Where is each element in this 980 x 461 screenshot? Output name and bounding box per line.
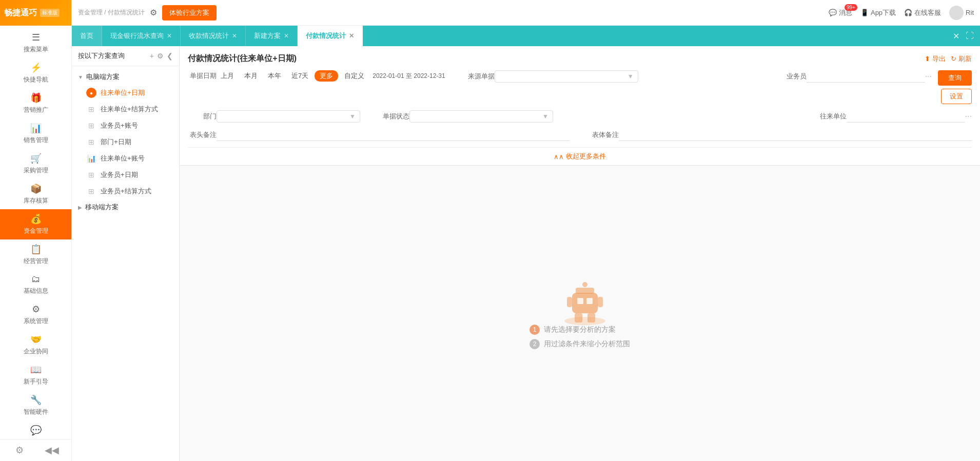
tab-payment-stats-close[interactable]: ✕ bbox=[349, 32, 354, 39]
source-select-box[interactable]: ▼ bbox=[495, 70, 638, 83]
date-opt-custom[interactable]: 自定义 bbox=[340, 70, 368, 82]
sidebar-item-basic-info[interactable]: 🗂 基础信息 bbox=[0, 270, 71, 299]
sidebar-item-label: 快捷导航 bbox=[24, 75, 48, 84]
refresh-btn[interactable]: ↻ 刷新 bbox=[951, 54, 972, 64]
close-all-tabs-btn[interactable]: ✕ bbox=[953, 31, 959, 41]
header-note-input[interactable] bbox=[217, 129, 570, 141]
dept-date-icon: ⊞ bbox=[86, 137, 96, 147]
unit-dots-icon[interactable]: ··· bbox=[965, 112, 972, 121]
date-opt-this-month[interactable]: 本月 bbox=[240, 70, 262, 82]
sidebar-item-finance[interactable]: 💰 资金管理 bbox=[0, 209, 71, 239]
date-opt-this-year[interactable]: 本年 bbox=[264, 70, 285, 82]
scheme-item-unit-account[interactable]: 📊 往来单位+账号 bbox=[72, 150, 179, 167]
empty-tip-2: 2 用过滤条件来缩小分析范围 bbox=[530, 339, 630, 349]
source-select[interactable]: ▼ bbox=[495, 70, 638, 83]
dept-select[interactable]: ▼ bbox=[217, 110, 360, 123]
empty-state: 1 请先选择要分析的方案 2 用过滤条件来缩小分析范围 bbox=[530, 277, 630, 349]
tab-payment-stats[interactable]: 付款情况统计 ✕ bbox=[298, 26, 363, 46]
scheme-item-staff-date[interactable]: ⊞ 业务员+日期 bbox=[72, 167, 179, 183]
tab-cash-flow[interactable]: 现金银行流水查询 ✕ bbox=[102, 26, 181, 46]
tip-num-1: 1 bbox=[530, 325, 540, 335]
pc-group-label: 电脑端方案 bbox=[86, 72, 120, 82]
sidebar-item-system[interactable]: ⚙ 系统管理 bbox=[0, 299, 71, 330]
doc-status-select-box[interactable]: ▼ bbox=[409, 110, 553, 123]
sidebar-item-sales[interactable]: 📊 销售管理 bbox=[0, 118, 71, 149]
service-label: 在线客服 bbox=[914, 8, 941, 17]
tab-receipt-stats-close[interactable]: ✕ bbox=[232, 32, 237, 39]
sidebar-item-marketing[interactable]: 🎁 营销推广 bbox=[0, 88, 71, 118]
search-btn[interactable]: 查询 bbox=[938, 70, 972, 86]
chevron-up-icon: ∧∧ bbox=[554, 153, 564, 161]
tab-receipt-stats[interactable]: 收款情况统计 ✕ bbox=[181, 26, 246, 46]
sidebar-item-quick-nav[interactable]: ⚡ 快捷导航 bbox=[0, 58, 71, 88]
staff-dots-icon[interactable]: ··· bbox=[925, 72, 932, 81]
export-btn[interactable]: ⬆ 导出 bbox=[925, 54, 946, 64]
user-avatar bbox=[949, 6, 964, 20]
settings-btn[interactable]: 设置 bbox=[941, 89, 972, 104]
system-icon: ⚙ bbox=[32, 304, 40, 315]
tab-home[interactable]: 首页 bbox=[72, 26, 102, 46]
unit-input[interactable] bbox=[847, 110, 965, 123]
svg-rect-4 bbox=[567, 297, 572, 307]
sidebar-item-hardware[interactable]: 🔧 智能硬件 bbox=[0, 390, 71, 420]
enterprise-icon: 🤝 bbox=[30, 334, 42, 345]
quick-nav-icon: ⚡ bbox=[30, 62, 42, 73]
dept-select-box[interactable]: ▼ bbox=[217, 110, 360, 123]
staff-input[interactable] bbox=[807, 70, 925, 83]
sidebar-item-operation[interactable]: 📋 经营管理 bbox=[0, 239, 71, 270]
staff-settle-label: 业务员+结算方式 bbox=[101, 187, 151, 196]
sidebar-item-inventory[interactable]: 📦 库存核算 bbox=[0, 179, 71, 209]
dept-arrow-icon: ▼ bbox=[349, 113, 356, 120]
svg-rect-8 bbox=[576, 288, 594, 294]
wechat-icon: 💬 bbox=[30, 425, 42, 436]
sidebar-menu: ☰ 搜索菜单 ⚡ 快捷导航 🎁 营销推广 📊 销售管理 🛒 采购管理 📦 库存核… bbox=[0, 26, 71, 439]
sidebar-settings-btn[interactable]: ⚙ bbox=[5, 445, 34, 456]
purchase-icon: 🛒 bbox=[30, 153, 42, 164]
staff-date-icon: ⊞ bbox=[86, 170, 96, 180]
scheme-item-unit-settle[interactable]: ⊞ 往来单位+结算方式 bbox=[72, 101, 179, 117]
tip-num-2: 2 bbox=[530, 339, 540, 349]
svg-rect-3 bbox=[586, 298, 593, 304]
pc-scheme-group-header[interactable]: ▼ 电脑端方案 bbox=[72, 69, 179, 85]
page-title-bar: 付款情况统计(往来单位+日期) ⬆ 导出 ↻ 刷新 bbox=[188, 53, 972, 64]
date-opt-7days[interactable]: 近7天 bbox=[287, 70, 312, 82]
tab-new-scheme-close[interactable]: ✕ bbox=[284, 32, 289, 39]
unit-settle-icon: ⊞ bbox=[86, 104, 96, 114]
trial-btn[interactable]: 体验行业方案 bbox=[162, 5, 217, 21]
mobile-scheme-group-header[interactable]: ▶ 移动端方案 bbox=[72, 199, 179, 215]
sidebar-collapse-btn[interactable]: ◀◀ bbox=[38, 445, 67, 456]
sidebar-item-search-menu[interactable]: ☰ 搜索菜单 bbox=[0, 28, 71, 58]
panel-collapse-btn[interactable]: ❮ bbox=[167, 52, 173, 60]
doc-status-arrow-icon: ▼ bbox=[542, 113, 548, 120]
sidebar-item-wechat[interactable]: 💬 企业微信 bbox=[0, 420, 71, 439]
app-download-btn[interactable]: 📱 App下载 bbox=[860, 8, 896, 17]
collapse-conditions-btn[interactable]: ∧∧ 收起更多条件 bbox=[188, 147, 972, 165]
scheme-item-staff-account[interactable]: ⊞ 业务员+账号 bbox=[72, 117, 179, 134]
tab-new-scheme[interactable]: 新建方案 ✕ bbox=[246, 26, 298, 46]
topbar-settings-icon[interactable]: ⚙ bbox=[150, 8, 157, 17]
sidebar-item-purchase[interactable]: 🛒 采购管理 bbox=[0, 149, 71, 179]
scheme-item-dept-date[interactable]: ⊞ 部门+日期 bbox=[72, 134, 179, 150]
expand-tabs-btn[interactable]: ⛶ bbox=[966, 31, 974, 41]
sidebar-item-guide[interactable]: 📖 新手引导 bbox=[0, 360, 71, 390]
date-opt-last-month[interactable]: 上月 bbox=[217, 70, 238, 82]
body-note-input[interactable] bbox=[619, 129, 972, 141]
scheme-item-unit-date[interactable]: ● 往来单位+日期 bbox=[72, 85, 179, 101]
svg-rect-2 bbox=[577, 298, 583, 304]
user-avatar-btn[interactable]: Rit bbox=[949, 6, 974, 20]
notification-btn[interactable]: 💬 消息 99+ bbox=[829, 8, 852, 17]
tab-cash-flow-close[interactable]: ✕ bbox=[167, 32, 172, 39]
doc-status-select[interactable]: ▼ bbox=[409, 110, 553, 123]
add-scheme-btn[interactable]: + bbox=[150, 52, 154, 60]
tab-new-scheme-label: 新建方案 bbox=[254, 31, 281, 41]
unit-settle-label: 往来单位+结算方式 bbox=[101, 105, 158, 114]
date-opt-more[interactable]: 更多 bbox=[315, 70, 338, 82]
unit-date-label: 往来单位+日期 bbox=[101, 88, 145, 97]
scheme-item-staff-settle[interactable]: ⊞ 业务员+结算方式 bbox=[72, 183, 179, 199]
online-service-btn[interactable]: 🎧 在线客服 bbox=[904, 8, 941, 17]
sidebar-item-enterprise[interactable]: 🤝 企业协同 bbox=[0, 330, 71, 360]
scheme-settings-btn[interactable]: ⚙ bbox=[157, 52, 164, 60]
topbar-right: 💬 消息 99+ 📱 App下载 🎧 在线客服 Rit bbox=[829, 6, 974, 20]
sidebar-logo: 畅捷通巧 bbox=[4, 8, 37, 18]
tab-payment-stats-label: 付款情况统计 bbox=[306, 31, 346, 41]
